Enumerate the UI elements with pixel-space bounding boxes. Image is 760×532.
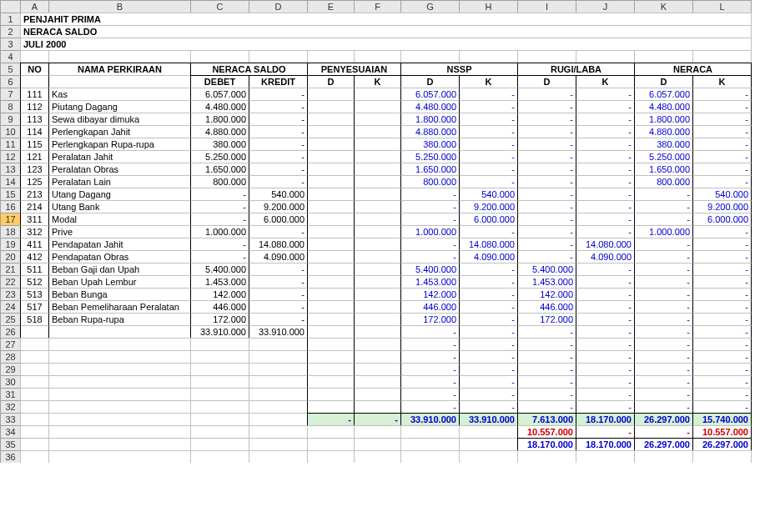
select-all-corner[interactable]: [0, 0, 21, 13]
cell-nssp-k: -: [459, 163, 518, 176]
row-header-6[interactable]: 6: [0, 75, 21, 88]
sum-g: 33.910.000: [400, 413, 460, 426]
row-header-12[interactable]: 12: [0, 150, 21, 163]
row-header-21[interactable]: 21: [0, 263, 21, 276]
cell-ner-k: 9.200.000: [692, 200, 752, 213]
sum-j: 18.170.000: [576, 413, 635, 426]
cell-rl-k: -: [576, 163, 635, 176]
row-header-13[interactable]: 13: [0, 163, 21, 176]
cell-nssp-k: 6.000.000: [459, 213, 518, 226]
row-header-2[interactable]: 2: [0, 25, 21, 38]
column-header-C[interactable]: C: [190, 0, 249, 13]
cell-rl-k: 4.090.000: [576, 250, 635, 263]
row-header-16[interactable]: 16: [0, 200, 21, 213]
column-header-K[interactable]: K: [634, 0, 693, 13]
cell-rl-d: -: [517, 163, 576, 176]
cell-nssp-d: 5.250.000: [400, 150, 460, 163]
cell-nssp-k: -: [459, 313, 518, 326]
row-header-28[interactable]: 28: [0, 350, 21, 364]
row-header-22[interactable]: 22: [0, 275, 21, 289]
column-header-E[interactable]: E: [307, 0, 355, 13]
row-header-27[interactable]: 27: [0, 338, 21, 351]
row-header-31[interactable]: 31: [0, 388, 21, 401]
row-header-1[interactable]: 1: [0, 13, 21, 26]
row-header-10[interactable]: 10: [0, 125, 21, 138]
cell-kredit: -: [249, 113, 308, 126]
row-header-20[interactable]: 20: [0, 250, 21, 263]
row-header-26[interactable]: 26: [0, 325, 21, 339]
cell-no: 512: [20, 275, 49, 289]
sum-k: 26.297.000: [634, 413, 693, 426]
row-header-3[interactable]: 3: [0, 38, 21, 51]
row-header-19[interactable]: 19: [0, 238, 21, 251]
cell-rl-k: -: [576, 175, 635, 188]
row-header-23[interactable]: 23: [0, 288, 21, 301]
row-header-17[interactable]: 17: [0, 213, 21, 226]
cell-kredit: -: [249, 175, 308, 188]
cell-no: 123: [20, 163, 49, 176]
cell-kredit: -: [249, 263, 308, 276]
cell-rl-k: -: [576, 288, 635, 301]
cell-nssp-d: 1.000.000: [400, 225, 460, 238]
row-header-32[interactable]: 32: [0, 400, 21, 414]
row-header-36[interactable]: 36: [0, 450, 21, 463]
row-header-35[interactable]: 35: [0, 438, 21, 451]
row-header-18[interactable]: 18: [0, 225, 21, 238]
final-j: 18.170.000: [576, 438, 635, 451]
row-header-29[interactable]: 29: [0, 363, 21, 376]
column-header-J[interactable]: J: [576, 0, 635, 13]
cell-nssp-k: -: [459, 263, 518, 276]
cell-debet: 172.000: [190, 313, 249, 326]
row-header-7[interactable]: 7: [0, 88, 21, 101]
cell-debet: 142.000: [190, 288, 249, 301]
spreadsheet-grid[interactable]: ABCDEFGHIJKL1PENJAHIT PRIMA2NERACA SALDO…: [0, 0, 760, 463]
header-d-3: D: [634, 75, 693, 88]
column-header-B[interactable]: B: [48, 0, 191, 13]
row-header-34[interactable]: 34: [0, 425, 21, 439]
row-header-33[interactable]: 33: [0, 413, 21, 426]
column-header-A[interactable]: A: [20, 0, 49, 13]
column-header-H[interactable]: H: [459, 0, 518, 13]
column-header-L[interactable]: L: [692, 0, 752, 13]
cell-debet: -: [190, 188, 249, 201]
cell-no: 112: [20, 100, 49, 113]
row-header-15[interactable]: 15: [0, 188, 21, 201]
row-header-11[interactable]: 11: [0, 138, 21, 151]
row-header-30[interactable]: 30: [0, 375, 21, 389]
cell-rl-k: -: [576, 263, 635, 276]
sum-i: 7.613.000: [517, 413, 576, 426]
cell-ner-d: -: [634, 288, 693, 301]
cell-debet: 380.000: [190, 138, 249, 151]
cell-ner-d: 800.000: [634, 175, 693, 188]
row-header-24[interactable]: 24: [0, 300, 21, 314]
cell-rl-d: 1.453.000: [517, 275, 576, 289]
row-header-8[interactable]: 8: [0, 100, 21, 113]
cell-no: 511: [20, 263, 49, 276]
diff-l: 10.557.000: [692, 425, 752, 439]
cell-ner-d: -: [634, 250, 693, 263]
row-header-4[interactable]: 4: [0, 50, 21, 63]
cell-ner-d: 6.057.000: [634, 88, 693, 101]
cell-ner-k: -: [692, 175, 752, 188]
column-header-G[interactable]: G: [400, 0, 460, 13]
cell-nama: Modal: [48, 213, 191, 226]
cell-ner-k: -: [692, 163, 752, 176]
row-header-25[interactable]: 25: [0, 313, 21, 326]
cell-rl-d: 142.000: [517, 288, 576, 301]
row-header-9[interactable]: 9: [0, 113, 21, 126]
cell-rl-d: -: [517, 150, 576, 163]
row-header-14[interactable]: 14: [0, 175, 21, 188]
column-header-I[interactable]: I: [517, 0, 576, 13]
cell-ner-d: 1.000.000: [634, 225, 693, 238]
cell-kredit: -: [249, 138, 308, 151]
diff-j: -: [576, 425, 635, 439]
row-header-5[interactable]: 5: [0, 63, 21, 76]
cell-ner-d: 1.800.000: [634, 113, 693, 126]
cell-debet: 5.400.000: [190, 263, 249, 276]
column-header-F[interactable]: F: [354, 0, 401, 13]
final-l: 26.297.000: [692, 438, 752, 451]
cell-debet: 1.650.000: [190, 163, 249, 176]
column-header-D[interactable]: D: [249, 0, 308, 13]
header-k-0: K: [354, 75, 401, 88]
cell-ner-k: -: [692, 275, 752, 289]
